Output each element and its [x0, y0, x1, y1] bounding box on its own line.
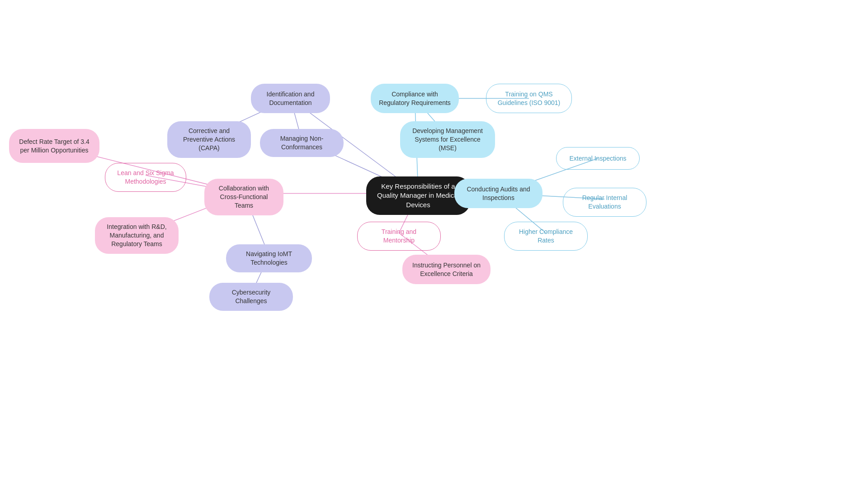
node-corrective: Corrective and Preventive Actions (CAPA): [167, 121, 251, 158]
node-regularInternal: Regular Internal Evaluations: [563, 188, 646, 217]
node-cybersecurity: Cybersecurity Challenges: [209, 283, 293, 311]
mind-map: Key Responsibilities of a Quality Manage…: [0, 0, 868, 490]
node-managingNon: Managing Non-Conformances: [260, 129, 344, 157]
node-developingMgmt: Developing Management Systems for Excell…: [400, 121, 495, 158]
node-collaboration: Collaboration with Cross-Functional Team…: [204, 179, 283, 215]
node-defectRate: Defect Rate Target of 3.4 per Million Op…: [9, 129, 99, 163]
node-compliance: Compliance with Regulatory Requirements: [371, 84, 459, 113]
node-identification: Identification and Documentation: [251, 84, 330, 113]
node-trainingMentorship: Training and Mentorship: [357, 222, 441, 251]
node-instructing: Instructing Personnel on Excellence Crit…: [402, 255, 491, 284]
node-externalInspections: External Inspections: [556, 147, 640, 170]
node-higherCompliance: Higher Compliance Rates: [504, 222, 588, 251]
node-trainingQMS: Training on QMS Guidelines (ISO 9001): [486, 84, 572, 113]
node-integration: Integration with R&D, Manufacturing, and…: [95, 217, 179, 254]
node-conductingAudits: Conducting Audits and Inspections: [454, 179, 542, 208]
node-navigatingIoMT: Navigating IoMT Technologies: [226, 244, 312, 272]
node-leanSix: Lean and Six Sigma Methodologies: [105, 163, 186, 192]
